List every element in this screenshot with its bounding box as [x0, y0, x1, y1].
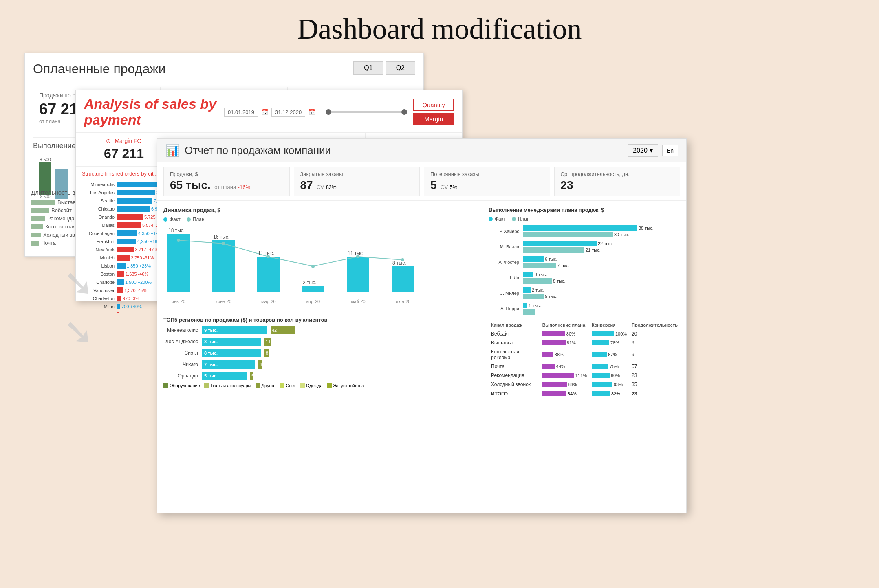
mgr-fact-val-2: 6 тыс.	[545, 257, 557, 261]
city-bar-neg-9	[117, 255, 130, 261]
x-label-mar: мар-20	[261, 299, 276, 304]
duration-bar-1	[31, 208, 49, 213]
fact-dot	[163, 217, 167, 222]
top5-row-3: Чикаго 7 тыс. 6	[163, 360, 476, 369]
manager-bars-0: 38 тыс. 30 тыс.	[523, 225, 654, 237]
manager-row-5: А. Перри 1 тыс.	[489, 303, 680, 315]
mid-header: Analysis of sales by payment 01.01.2019 …	[76, 90, 462, 133]
top5-bar-olive-0: 42	[271, 326, 295, 334]
top5-city-1: Лос-Анджелес	[163, 339, 200, 344]
sales-chart-section: Динамика продаж, $ Факт План	[163, 207, 476, 309]
mgr-fact-val-1: 22 тыс.	[598, 241, 613, 246]
product-item-5: Эл. устройства	[327, 383, 364, 388]
mgr-fact-val-4: 2 тыс.	[532, 287, 544, 292]
channel-row-1: Выставка 81% 78% 9	[489, 338, 680, 347]
city-value-11: 1,635 -46%	[126, 272, 148, 276]
product-legend: Оборудование Ткань и аксессуары Другое С…	[163, 383, 476, 388]
product-item-4: Одежда	[300, 383, 323, 388]
plan-title: Выполнение менеджерами плана продаж, $	[489, 207, 680, 213]
manager-row-0: Р. Хайерс 38 тыс. 30 тыс.	[489, 225, 680, 237]
label-jan: 18 тыс.	[168, 228, 185, 233]
top5-section: ТОП5 регионов по продажам ($) и товаров …	[163, 317, 476, 388]
city-value-9: 2,750 -31%	[131, 255, 154, 260]
ch-plan-bar-5	[542, 382, 567, 387]
city-name-3: Chicago	[80, 206, 117, 211]
city-bar-pos-2	[117, 198, 152, 204]
channel-row-3: Почта 44% 75% 57	[489, 362, 680, 371]
date-slider[interactable]	[326, 111, 407, 113]
city-value-16: 550 -45%	[121, 312, 140, 313]
product-color-2	[256, 383, 260, 388]
ch-conv-bar-1	[592, 340, 609, 345]
duration-bar-0	[31, 200, 55, 205]
mgr-plan-bar-0	[523, 232, 613, 237]
mid-slider-container	[326, 111, 407, 113]
mgr-fact-val-0: 38 тыс.	[639, 226, 654, 230]
top5-row-2: Сиэтл 8 тыс. 8	[163, 349, 476, 357]
arrow-down-2: ➘	[63, 314, 94, 350]
city-bar-pos-1	[117, 190, 155, 195]
arrow-container: ➘ ➘	[63, 265, 94, 362]
kpi-duration: Ср. продолжительность, дн. 23	[554, 167, 681, 196]
city-bar-neg-16	[117, 312, 119, 313]
calendar-icon-from: 📅	[261, 109, 268, 115]
duration-bar-3	[31, 224, 43, 229]
margin-button[interactable]: Margin	[413, 113, 454, 125]
ch-dur-4: 23	[629, 371, 680, 380]
channel-row-5: Холодный звонок 86% 93% 35	[489, 380, 680, 389]
mgr-plan-bar-5	[523, 309, 535, 315]
front-title-row: 📊 Отчет по продажам компании	[165, 144, 331, 157]
city-name-7: Frankfurt	[80, 239, 117, 244]
product-color-5	[327, 383, 332, 388]
ch-conv-pct-5: 93%	[614, 382, 623, 387]
mgr-fact-val-5: 1 тыс.	[529, 303, 541, 308]
tab-q2[interactable]: Q2	[386, 61, 415, 75]
year-selector[interactable]: 2020 ▾	[628, 144, 658, 157]
top5-title: ТОП5 регионов по продажам ($) и товаров …	[163, 317, 476, 323]
front-content: Динамика продаж, $ Факт План	[157, 201, 686, 522]
mgr-fact-bar-0	[523, 225, 637, 231]
city-name-0: Minneapolis	[80, 182, 117, 187]
dash-bg-title: Оплаченные продажи	[33, 61, 165, 77]
ch-dur-0: 20	[629, 329, 680, 339]
mgr-plan-val-0: 30 тыс.	[614, 232, 629, 237]
mid-header-right: 01.01.2019 📅 31.12.2020 📅 Quantity Margi…	[224, 99, 454, 125]
top5-row-4: Орландо 5 тыс. 5	[163, 372, 476, 380]
city-value-13: 1,370 -45%	[124, 288, 147, 293]
x-label-may: май-20	[351, 299, 366, 304]
ch-conv-bar-5	[592, 382, 612, 387]
ch-conv-pct-6: 82%	[611, 391, 620, 396]
tab-q1[interactable]: Q1	[353, 61, 383, 75]
ch-conv-pct-1: 78%	[610, 340, 619, 345]
plan-point-4	[311, 265, 315, 268]
manager-plan-dot	[512, 217, 516, 221]
manager-name-2: А. Фостер	[489, 260, 521, 265]
legend-plan: План	[187, 217, 205, 222]
slider-thumb-left[interactable]	[326, 109, 331, 115]
date-to[interactable]: 31.12.2020	[271, 108, 305, 117]
duration-bar-2	[31, 216, 45, 221]
ch-plan-bar-6	[542, 391, 566, 396]
manager-name-3: Т. Ли	[489, 275, 521, 280]
top5-row-0: Миннеаполис 9 тыс. 42	[163, 326, 476, 334]
ch-name-6: ИТОГО	[489, 389, 540, 399]
lang-button[interactable]: En	[662, 145, 678, 156]
mid-buttons: Quantity Margin	[413, 99, 454, 125]
channel-table-header: Канал продаж Выполнение плана Конверсия …	[489, 321, 680, 329]
product-color-0	[163, 383, 168, 388]
city-bar-neg-14	[117, 296, 121, 301]
manager-legend-plan: План	[512, 216, 530, 222]
slider-thumb-right[interactable]	[401, 109, 407, 115]
city-bar-neg-8	[117, 247, 134, 252]
ch-plan-pct-3: 44%	[556, 364, 565, 369]
quantity-button[interactable]: Quantity	[413, 99, 454, 111]
ch-plan-bar-1	[542, 340, 566, 345]
city-name-8: New York	[80, 247, 117, 252]
product-color-4	[300, 383, 305, 388]
date-from[interactable]: 01.01.2019	[224, 108, 258, 117]
ch-name-4: Рекомендация	[489, 371, 540, 380]
city-name-6: Copenhagen	[80, 231, 117, 236]
ch-name-5: Холодный звонок	[489, 380, 540, 389]
ch-conv-pct-3: 75%	[610, 364, 619, 369]
x-label-jun: июн-20	[396, 299, 410, 304]
